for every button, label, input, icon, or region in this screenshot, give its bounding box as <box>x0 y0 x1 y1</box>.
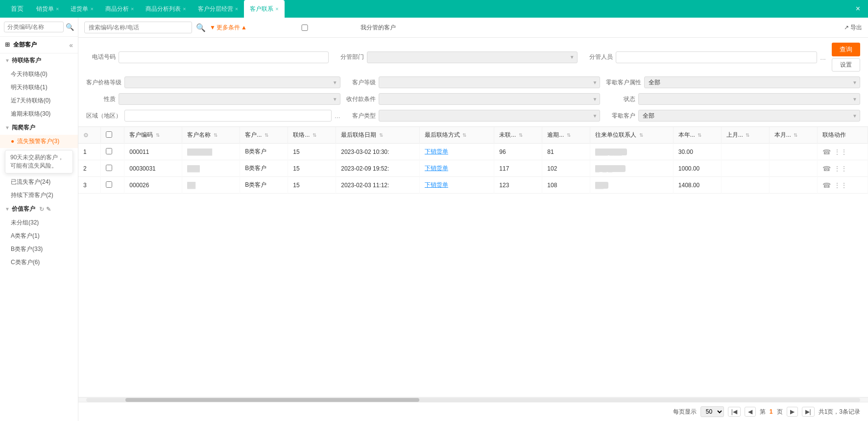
scrollbar-thumb[interactable] <box>125 398 419 402</box>
gender-select[interactable] <box>119 93 340 105</box>
sidebar-collapse-btn[interactable]: « <box>69 41 73 49</box>
staff-more-btn[interactable]: ... <box>820 53 826 61</box>
close-all-tabs[interactable]: × <box>852 4 864 13</box>
setting-button[interactable]: 设置 <box>832 58 860 72</box>
col-type: 客户... ⇅ <box>240 127 288 144</box>
close-customer-contact-tab[interactable]: × <box>275 6 278 12</box>
sort-name-icon[interactable]: ⇅ <box>214 132 217 138</box>
col-overdue: 逾期... ⇅ <box>542 127 590 144</box>
action-more-icon[interactable]: ⋮⋮ <box>834 181 847 189</box>
next-page-btn[interactable]: ▶ <box>787 407 798 417</box>
sidebar-group-churn-title[interactable]: ▼ 闯爬客户 <box>0 121 78 135</box>
close-sales-tab[interactable]: × <box>56 6 59 12</box>
zero-attr-select[interactable]: 全部 <box>644 76 860 88</box>
sidebar: 🔍 ⊞ 全部客户 « ▼ 待联络客户 今天待联络(0) 明天待联络(1) 近7天… <box>0 18 78 421</box>
cell-checkbox <box>100 144 124 160</box>
edit-icon[interactable]: ✎ <box>46 206 51 213</box>
status-select[interactable] <box>638 93 860 105</box>
region-more-btn[interactable]: ... <box>335 112 340 120</box>
my-customers-checkbox[interactable] <box>251 25 359 31</box>
sidebar-search-input[interactable] <box>4 22 64 32</box>
customer-type-select[interactable] <box>379 110 601 122</box>
region-input[interactable] <box>124 110 332 122</box>
nav-tab-purchase[interactable]: 进货单 × <box>65 0 99 18</box>
sidebar-item-tomorrow[interactable]: 明天待联络(1) <box>0 81 78 94</box>
nav-tab-home[interactable]: 首页 <box>4 0 30 18</box>
sidebar-item-already-churned[interactable]: 已流失客户(24) <box>0 175 78 189</box>
sidebar-item-overdue[interactable]: 逾期未联络(30) <box>0 107 78 121</box>
first-page-btn[interactable]: |◀ <box>728 407 741 417</box>
sidebar-group-value-title[interactable]: ▼ 价值客户 ↻ ✎ <box>0 202 78 216</box>
row-checkbox[interactable] <box>106 165 112 171</box>
sidebar-item-declining[interactable]: 持续下滑客户(2) <box>0 189 78 202</box>
contact-method-link[interactable]: 下销货单 <box>425 148 448 155</box>
sort-uncontacted-icon[interactable]: ⇅ <box>519 132 523 138</box>
nav-tab-sales[interactable]: 销货单 × <box>30 0 65 18</box>
sort-method-icon[interactable]: ⇅ <box>462 132 466 138</box>
sort-type-icon[interactable]: ⇅ <box>265 132 268 138</box>
filter-row-3: 性质 ▼ 收付款条件 ▼ 状态 <box>86 93 860 105</box>
page-size-select[interactable]: 50 <box>700 406 724 417</box>
sort-contact-icon[interactable]: ⇅ <box>313 132 316 138</box>
payment-select[interactable] <box>379 93 601 105</box>
export-button[interactable]: ↗ 导出 <box>844 24 862 32</box>
action-contact-icon[interactable]: ☎ <box>822 181 831 189</box>
main-search-button[interactable]: 🔍 <box>196 23 206 32</box>
close-analysis-tab[interactable]: × <box>131 6 134 12</box>
more-conditions-btn[interactable]: ▼ 更多条件 ▲ <box>210 24 247 32</box>
cell-type: B类客户 <box>240 177 288 194</box>
horizontal-scrollbar[interactable] <box>78 397 868 402</box>
sidebar-search-icon[interactable]: 🔍 <box>66 23 74 31</box>
price-grade-select[interactable] <box>124 76 340 88</box>
sort-year-icon[interactable]: ⇅ <box>698 132 701 138</box>
sort-last-month-icon[interactable]: ⇅ <box>746 132 749 138</box>
staff-input[interactable] <box>616 51 818 63</box>
action-more-icon[interactable]: ⋮⋮ <box>834 165 847 173</box>
sidebar-item-7days[interactable]: 近7天待联络(0) <box>0 94 78 107</box>
action-contact-icon[interactable]: ☎ <box>822 165 831 173</box>
sort-overdue-icon[interactable]: ⇅ <box>567 132 571 138</box>
nav-tab-customer-contact[interactable]: 客户联系 × <box>244 0 284 18</box>
action-more-icon[interactable]: ⋮⋮ <box>834 148 847 156</box>
cell-checkbox <box>100 177 124 194</box>
zero-customer-select[interactable]: 全部 <box>638 110 860 122</box>
my-customers-checkbox-label[interactable]: 我分管的客户 <box>251 24 396 32</box>
filter-zero-attr: 零歇客户属性 全部 ▼ <box>606 76 860 88</box>
customer-grade-select[interactable] <box>379 76 601 88</box>
select-all-checkbox[interactable] <box>106 131 112 138</box>
sidebar-group-pending-title[interactable]: ▼ 待联络客户 <box>0 53 78 68</box>
cell-checkbox <box>100 160 124 177</box>
query-button[interactable]: 查询 <box>832 43 860 56</box>
bottom-bar: 每页显示 50 |◀ ◀ 第 1 页 ▶ ▶| 共1页，3条记录 <box>78 402 868 421</box>
contact-method-link[interactable]: 下销货单 <box>425 165 448 172</box>
sidebar-item-type-b[interactable]: B类客户(33) <box>0 243 78 256</box>
dept-select[interactable] <box>367 51 577 63</box>
sidebar-item-type-c[interactable]: C类客户(6) <box>0 256 78 269</box>
sidebar-all-customers[interactable]: ⊞ 全部客户 « <box>0 37 78 53</box>
close-purchase-tab[interactable]: × <box>90 6 93 12</box>
filter-phone: 电话号码 <box>86 51 329 63</box>
main-search-input[interactable] <box>84 22 192 33</box>
prev-page-btn[interactable]: ◀ <box>745 407 756 417</box>
refresh-icon[interactable]: ↻ <box>39 206 44 213</box>
sort-code-icon[interactable]: ⇅ <box>156 132 160 138</box>
contact-method-link[interactable]: 下销货单 <box>425 181 448 188</box>
last-page-btn[interactable]: ▶| <box>802 407 815 417</box>
nav-tab-analysis-list[interactable]: 商品分析列表 × <box>140 0 192 18</box>
action-contact-icon[interactable]: ☎ <box>822 148 831 156</box>
close-analysis-list-tab[interactable]: × <box>183 6 186 12</box>
table-settings-gear[interactable]: ⚙ <box>83 132 89 139</box>
sort-date-icon[interactable]: ⇅ <box>379 132 383 138</box>
sort-this-month-icon[interactable]: ⇅ <box>794 132 797 138</box>
row-checkbox[interactable] <box>106 148 112 154</box>
nav-tab-analysis[interactable]: 商品分析 × <box>99 0 140 18</box>
sort-unit-icon[interactable]: ⇅ <box>639 132 643 138</box>
sidebar-item-type-a[interactable]: A类客户(1) <box>0 229 78 243</box>
nav-tab-customer-tier[interactable]: 客户分层经营 × <box>192 0 244 18</box>
sidebar-item-churn-warning[interactable]: ● 流失预警客户(3) <box>0 135 78 148</box>
sidebar-item-ungrouped[interactable]: 未分组(32) <box>0 216 78 229</box>
phone-input[interactable] <box>119 51 329 63</box>
row-checkbox[interactable] <box>106 181 112 188</box>
sidebar-item-today[interactable]: 今天待联络(0) <box>0 68 78 81</box>
close-customer-tier-tab[interactable]: × <box>235 6 238 12</box>
